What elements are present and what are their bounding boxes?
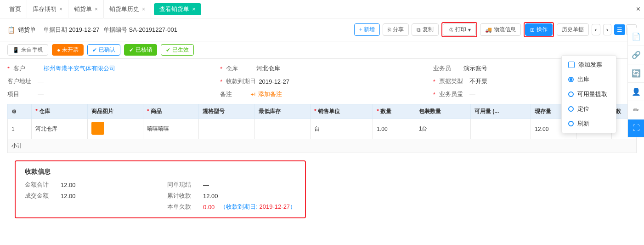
doc-number-label: 单据编号 [103,26,127,34]
main-content: 📋 销货单 单据日期 2019-12-27 单据编号 SA-20191227-0… [0,18,644,245]
phone-icon: 📱 [12,47,19,53]
tab-sales-history[interactable]: 销货单历史 × [104,0,151,18]
footer-area: 收款信息 金额合计 12.00 同单现结 — 成交金额 12.00 累计收款 1… [0,153,644,229]
row-spec [199,119,254,139]
warehouse-field: * 仓库 河北仓库 [220,64,424,73]
share-icon: ⎘ [388,27,391,33]
sidebar-doc-icon[interactable]: 📄 [628,28,644,46]
address-value: — [38,78,44,85]
share-button[interactable]: ⎘ 分享 [383,23,409,36]
tab-bar: 首页 库存期初 × 销货单 × 销货单历史 × 查看销货单 × × [0,0,644,18]
amount-total-value: 12.00 [61,182,76,188]
tab-view-sales[interactable]: 查看销货单 × [154,3,201,15]
address-label: 客户地址 [7,77,35,85]
add-remark-button[interactable]: + + 添加备注 [250,90,282,98]
next-button[interactable]: › [603,24,611,35]
print-button-wrapper: 🖨 打印 ▾ [441,22,477,37]
print-icon: 🖨 [448,27,453,33]
col-pack-qty: 包装数量 [415,104,470,119]
close-tab-view-sales[interactable]: × [192,6,196,12]
cumulative-receipt-row: 累计收款 12.00 [167,192,296,200]
sidebar-user-icon[interactable]: 👤 [628,83,644,101]
due-date-required-star: * [220,78,222,85]
logistics-icon: 🚚 [485,27,492,33]
status-effective-button[interactable]: ✔ 已生效 [161,44,194,56]
sidebar-link-icon[interactable]: 🔗 [628,46,644,64]
doc-meta: 单据日期 2019-12-27 单据编号 SA-20191227-001 [43,26,347,34]
remark-label: 备注 [220,90,248,98]
staff-label: 业务员 [433,64,461,73]
tab-home[interactable]: 首页 [4,0,27,18]
status-phone-button[interactable]: 📱 来自手机 [7,44,48,56]
tab-inventory[interactable]: 库存期初 × [27,0,68,18]
right-sidebar: 📄 🔗 🔄 👤 ✏ ⛶ [627,28,644,137]
list-view-icon[interactable]: ☰ [614,24,625,35]
project-label: 项目 [7,90,35,98]
close-tab-inventory[interactable]: × [59,6,62,12]
col-warehouse: * 仓库 [32,104,87,119]
due-date-value: 2019-12-27 [259,78,289,85]
this-order-due-label: 本单欠款 [167,203,199,211]
ticket-required-star: * [433,78,435,85]
row-quantity: 1.00 [373,119,415,139]
operations-button[interactable]: ⊞ 操作 [525,23,553,36]
dropdown-refresh[interactable]: 刷新 [562,116,616,131]
payment-summary: 收款信息 金额合计 12.00 同单现结 — 成交金额 12.00 累计收款 1… [15,160,306,218]
row-num: 1 [8,119,32,139]
col-quantity: * 数量 [373,104,415,119]
add-button[interactable]: + 新增 [354,23,380,36]
staff-value: 演示账号 [463,64,487,73]
status-confirmed-button[interactable]: ✔ 已确认 [87,44,120,56]
form-section: * 客户 柳州粤港平安气体有限公司 * 仓库 河北仓库 业务员 演示账号 客户地… [0,59,644,104]
status-writeoff-button[interactable]: ✔ 已核销 [124,44,157,56]
project-value: — [38,91,44,98]
ticket-dot-icon: ● [57,47,60,53]
dropdown-outbound[interactable]: 出库 [562,72,616,87]
close-tab-sales[interactable]: × [95,6,98,12]
ticket-label: 票据类型 [439,77,467,85]
product-image [91,122,104,135]
close-tab-sales-history[interactable]: × [142,6,145,12]
salesperson-value: — [469,91,475,98]
doc-type-label: 销货单 [18,26,36,34]
outbound-icon [568,77,574,82]
transaction-amount-value: 12.00 [61,193,76,199]
doc-number-item: 单据编号 SA-20191227-001 [103,26,178,34]
dropdown-avail-extract[interactable]: 可用量提取 [562,87,616,102]
tab-sales[interactable]: 销货单 × [68,0,104,18]
doc-date-item: 单据日期 2019-12-27 [43,26,100,34]
col-unit: * 销售单位 [310,104,373,119]
customer-value[interactable]: 柳州粤港平安气体有限公司 [44,64,115,73]
due-note: （收款到期日: 2019-12-27） [220,203,296,211]
table-row: 1 河北仓库 嘻嘻嘻嘻 台 1.00 1台 12.00 0. [8,119,637,139]
doc-date-label: 单据日期 [43,26,67,34]
dropdown-locate[interactable]: 定位 [562,102,616,116]
amount-total-row: 金额合计 12.00 [25,181,153,189]
customer-field: * 客户 柳州粤港平安气体有限公司 [7,64,211,73]
status-ticket-button[interactable]: ● 未开票 [52,44,84,56]
due-date-label: 收款到期日 [226,77,256,85]
subtotal-row: 小计 [8,139,637,153]
col-settings[interactable]: ⚙ [8,104,32,119]
sidebar-sync-icon[interactable]: 🔄 [628,64,644,83]
writeoff-icon: ✔ [129,47,134,53]
customer-required-star: * [7,65,10,72]
project-field: 项目 — [7,90,211,98]
operations-icon: ⊞ [530,27,535,33]
cumulative-receipt-label: 累计收款 [167,192,199,200]
prev-button[interactable]: ‹ [592,24,600,35]
sidebar-expand-icon[interactable]: ⛶ [628,120,644,137]
table-header-row: ⚙ * 仓库 商品图片 * 商品 规格型号 最低库存 * 销售单位 * 数量 包… [8,104,637,119]
global-close-button[interactable]: × [636,5,640,13]
print-button[interactable]: 🖨 打印 ▾ [443,23,476,36]
avail-extract-icon [568,91,574,97]
dropdown-add-invoice[interactable]: 添加发票 [562,57,616,72]
print-dropdown-icon: ▾ [468,27,471,33]
logistics-button[interactable]: 🚚 物流信息 [480,23,521,36]
copy-button[interactable]: ⧉ 复制 [412,23,439,36]
sidebar-edit-icon[interactable]: ✏ [628,101,644,120]
locate-icon [568,106,574,112]
remark-field: 备注 + + 添加备注 [220,90,424,98]
history-button[interactable]: 历史单据 [557,23,589,36]
doc-date-value: 2019-12-27 [69,26,100,33]
